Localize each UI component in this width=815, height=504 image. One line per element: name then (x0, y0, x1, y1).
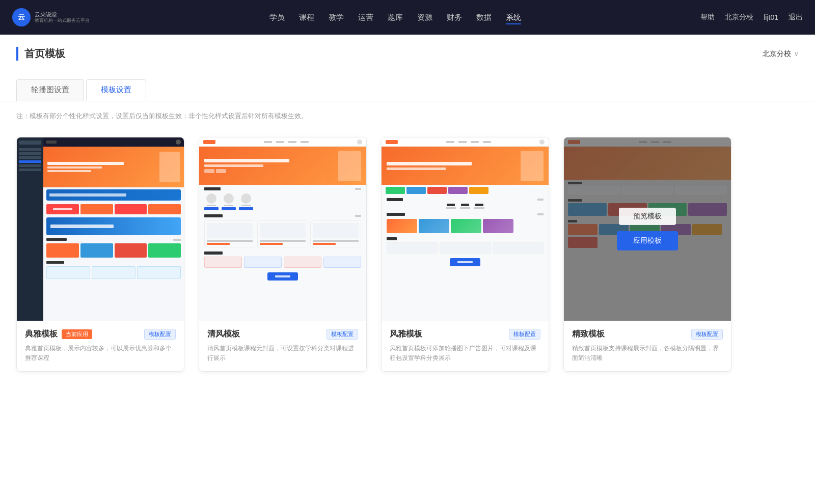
template-name-1: 典雅模板 (25, 329, 58, 340)
template-name-row-3: 风雅模板 模板配置 (390, 329, 540, 340)
chevron-down-icon: ∨ (794, 50, 799, 58)
nav-menu: 学员 课程 教学 运营 题库 资源 财务 数据 系统 (106, 11, 684, 24)
nav-item-operations[interactable]: 运营 (358, 11, 373, 24)
page-title: 首页模板 (16, 47, 65, 61)
template-preview-1 (17, 137, 184, 321)
preview-template-btn[interactable]: 预览模板 (619, 208, 676, 225)
template-name-2: 清风模板 (207, 329, 240, 340)
template-card-3: 风雅模板 模板配置 风雅首页模板可添加轮播图下广告图片，可对课程及课程包设置学科… (381, 137, 549, 372)
nav-item-teaching[interactable]: 教学 (329, 11, 344, 24)
template-desc-3: 风雅首页模板可添加轮播图下广告图片，可对课程及课程包设置学科分类展示 (390, 344, 540, 363)
logo-icon: 云 (12, 8, 31, 26)
template-name-row-4: 精致模板 模板配置 (572, 329, 723, 340)
logo: 云 云朵说堂 教育机构一站式服务云平台 (12, 8, 90, 26)
template-name-4: 精致模板 (572, 329, 605, 340)
branch-selector[interactable]: 北京分校 ∨ (763, 49, 799, 59)
nav-item-courses[interactable]: 课程 (299, 11, 314, 24)
nav-right: 帮助 北京分校 lijt01 退出 (700, 13, 803, 22)
template-preview-2 (199, 137, 366, 321)
template-preview-3 (382, 137, 549, 321)
template-card-1: 典雅模板 当前应用 模板配置 典雅首页模板，展示内容较多，可以展示优惠券和多个推… (16, 137, 184, 372)
nav-branch[interactable]: 北京分校 (725, 13, 753, 22)
tabs-container: 轮播图设置 模板设置 (0, 69, 815, 101)
template-name-row-2: 清风模板 模板配置 (207, 329, 358, 340)
template-card-2: 清风模板 模板配置 清风首页模板课程无封面，可设置按学科分类对课程进行展示 (199, 137, 367, 372)
current-badge-1: 当前应用 (62, 329, 92, 339)
nav-item-resources[interactable]: 资源 (417, 11, 432, 24)
template-name-row-1: 典雅模板 当前应用 模板配置 (25, 329, 176, 340)
config-btn-2[interactable]: 模板配置 (327, 329, 358, 340)
nav-item-students[interactable]: 学员 (269, 11, 285, 24)
navigation: 云 云朵说堂 教育机构一站式服务云平台 学员 课程 教学 运营 题库 资源 财务… (0, 0, 815, 35)
nav-user[interactable]: lijt01 (764, 13, 778, 21)
template-desc-4: 精致首页模板支持课程展示封面，各模板分隔明显，界面简洁清晰 (572, 344, 723, 363)
config-btn-4[interactable]: 模板配置 (691, 329, 723, 340)
nav-item-questions[interactable]: 题库 (388, 11, 403, 24)
template-footer-2: 清风模板 模板配置 清风首页模板课程无封面，可设置按学科分类对课程进行展示 (199, 321, 366, 371)
template-footer-4: 精致模板 模板配置 精致首页模板支持课程展示封面，各模板分隔明显，界面简洁清晰 (564, 321, 731, 371)
template-overlay-4: 预览模板 应用模板 (564, 137, 731, 321)
nav-logout[interactable]: 退出 (789, 13, 803, 22)
page-header: 首页模板 北京分校 ∨ (0, 35, 815, 69)
template-desc-1: 典雅首页模板，展示内容较多，可以展示优惠券和多个推荐课程 (25, 344, 176, 363)
tab-carousel[interactable]: 轮播图设置 (16, 79, 84, 101)
main-content: 首页模板 北京分校 ∨ 轮播图设置 模板设置 注：模板有部分个性化样式设置，设置… (0, 35, 815, 504)
template-footer-1: 典雅模板 当前应用 模板配置 典雅首页模板，展示内容较多，可以展示优惠券和多个推… (17, 321, 184, 371)
notice-text: 注：模板有部分个性化样式设置，设置后仅当前模板生效；非个性化样式设置后针对所有模… (0, 101, 815, 125)
apply-template-btn[interactable]: 应用模板 (617, 231, 678, 250)
nav-help[interactable]: 帮助 (700, 13, 715, 22)
config-btn-1[interactable]: 模板配置 (144, 329, 176, 340)
logo-text: 云朵说堂 教育机构一站式服务云平台 (35, 11, 90, 24)
tab-template[interactable]: 模板设置 (86, 79, 146, 101)
templates-grid: 典雅模板 当前应用 模板配置 典雅首页模板，展示内容较多，可以展示优惠券和多个推… (0, 125, 815, 392)
template-desc-2: 清风首页模板课程无封面，可设置按学科分类对课程进行展示 (207, 344, 358, 363)
nav-item-data[interactable]: 数据 (476, 11, 492, 24)
template-preview-4: 预览模板 应用模板 (564, 137, 731, 321)
nav-item-finance[interactable]: 财务 (447, 11, 462, 24)
template-name-3: 风雅模板 (390, 329, 422, 340)
template-footer-3: 风雅模板 模板配置 风雅首页模板可添加轮播图下广告图片，可对课程及课程包设置学科… (382, 321, 549, 371)
config-btn-3[interactable]: 模板配置 (509, 329, 540, 340)
nav-item-system[interactable]: 系统 (506, 11, 521, 24)
template-card-4: 预览模板 应用模板 精致模板 模板配置 精致首页模板支持课程展示封面，各模板分隔… (563, 137, 731, 372)
